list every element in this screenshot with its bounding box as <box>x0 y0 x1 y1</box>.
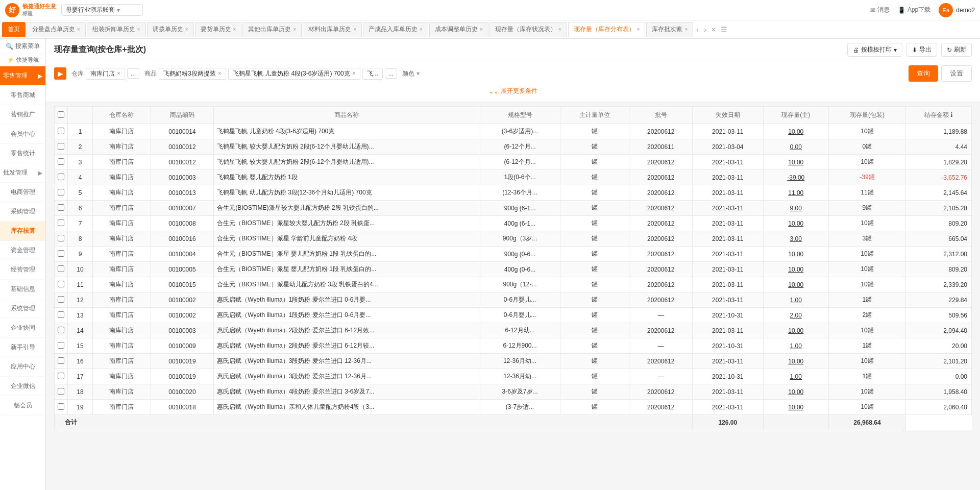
sidebar-item-marketing[interactable]: 营销推广 <box>0 105 45 125</box>
sidebar-item-inventory[interactable]: 库存核算 <box>0 222 45 241</box>
row-qty-main[interactable]: 10.00 <box>763 354 828 369</box>
row-checkbox[interactable] <box>58 174 64 180</box>
expand-conditions-btn[interactable]: ⌄⌄ 展开更多条件 <box>54 85 972 97</box>
tab-diao-bo-close[interactable]: × <box>185 27 188 32</box>
tab-qi-ta-close[interactable]: × <box>293 27 296 32</box>
row-qty-main[interactable]: 10.00 <box>763 247 828 262</box>
tab-cheng-ben[interactable]: 成本调整单历史 × <box>429 22 488 37</box>
row-checkbox[interactable] <box>58 373 64 379</box>
row-qty-main[interactable]: 2.00 <box>763 308 828 323</box>
sidebar-item-wechat[interactable]: 企业微信 <box>0 377 45 396</box>
warehouse-tag-1-close[interactable]: × <box>117 70 120 77</box>
row-checkbox[interactable] <box>58 296 64 303</box>
tab-pi-ci[interactable]: 库存批次账 × <box>646 22 693 37</box>
tab-fen-pan-close[interactable]: × <box>77 27 80 32</box>
sidebar-item-retail-shop[interactable]: 零售商城 <box>0 86 45 105</box>
warehouse-more-btn[interactable]: ... <box>127 68 139 79</box>
row-qty-main[interactable]: 11.00 <box>763 185 828 201</box>
row-checkbox-cell[interactable] <box>55 247 68 262</box>
product-more-btn[interactable]: ... <box>385 68 397 79</box>
tab-ku-cun-zhuang-tai[interactable]: 现存量（库存状况表） × <box>489 22 567 37</box>
sidebar-search[interactable]: 🔍 搜索菜单 <box>0 39 45 54</box>
row-checkbox[interactable] <box>58 265 64 272</box>
tab-cai-liao-close[interactable]: × <box>353 27 356 32</box>
sidebar-item-guide[interactable]: 新手引导 <box>0 338 45 357</box>
row-checkbox[interactable] <box>58 250 64 257</box>
tab-home[interactable]: 首页 <box>2 22 26 37</box>
row-checkbox-cell[interactable] <box>55 124 68 139</box>
refresh-btn[interactable]: ↻ 刷新 <box>941 43 972 57</box>
product-tag-1-close[interactable]: × <box>218 70 222 77</box>
row-qty-main[interactable]: 9.00 <box>763 201 828 216</box>
tab-prev-btn[interactable]: ‹ <box>694 26 701 34</box>
sidebar-item-finance[interactable]: 资金管理 <box>0 241 45 260</box>
user-area[interactable]: Ea demo2 <box>939 3 975 17</box>
tab-ku-cun-zhuang-tai-close[interactable]: × <box>558 27 561 32</box>
sidebar-item-enterprise[interactable]: 企业协同 <box>0 318 45 338</box>
tab-qi-ta[interactable]: 其他出库单历史 × <box>242 22 302 37</box>
row-qty-main[interactable]: 10.00 <box>763 400 828 415</box>
select-all-checkbox[interactable] <box>58 111 64 118</box>
tab-ku-cun-fen-bu-close[interactable]: × <box>637 27 640 32</box>
row-checkbox-cell[interactable] <box>55 155 68 170</box>
tab-menu-btn[interactable]: ☰ <box>719 26 729 34</box>
sidebar-item-retail[interactable]: 零售管理 ▶ <box>0 66 45 86</box>
row-qty-main[interactable]: 10.00 <box>763 124 828 139</box>
row-checkbox[interactable] <box>58 357 64 364</box>
sidebar-item-ecommerce[interactable]: 电商管理 <box>0 183 45 202</box>
tab-cai-liao[interactable]: 材料出库单历史 × <box>303 22 362 37</box>
row-checkbox[interactable] <box>58 143 64 150</box>
row-qty-main[interactable]: 10.00 <box>763 323 828 338</box>
row-checkbox[interactable] <box>58 403 64 410</box>
row-checkbox-cell[interactable] <box>55 139 68 155</box>
warehouse-selector[interactable]: 母婴行业演示账套 ▾ <box>61 4 143 16</box>
row-checkbox-cell[interactable] <box>55 323 68 338</box>
row-checkbox-cell[interactable] <box>55 369 68 384</box>
sidebar-item-wholesale[interactable]: 批发管理 ▶ <box>0 163 45 183</box>
sidebar-quick-nav[interactable]: ⚡ 快捷导航 <box>0 54 45 66</box>
row-checkbox-cell[interactable] <box>55 231 68 247</box>
filter-toggle-btn[interactable]: ▶ <box>54 67 66 80</box>
tab-cheng-ben-close[interactable]: × <box>480 27 483 32</box>
row-checkbox-cell[interactable] <box>55 292 68 308</box>
row-checkbox[interactable] <box>58 311 64 318</box>
row-checkbox[interactable] <box>58 342 64 349</box>
sidebar-item-purchase[interactable]: 采购管理 <box>0 202 45 222</box>
tab-close-all-btn[interactable]: × <box>709 26 718 34</box>
sidebar-item-member2[interactable]: 畅会员 <box>0 396 45 415</box>
tab-next-btn[interactable]: › <box>702 26 708 34</box>
template-print-btn[interactable]: 🖨 按模板打印 ▾ <box>847 43 902 57</box>
tab-yao-huo[interactable]: 要货单历史 × <box>195 22 242 37</box>
setting-btn[interactable]: 设置 <box>941 65 972 82</box>
export-btn[interactable]: ⬇ 导出 <box>906 43 937 57</box>
row-checkbox-cell[interactable] <box>55 201 68 216</box>
row-qty-main[interactable]: 10.00 <box>763 262 828 277</box>
row-checkbox[interactable] <box>58 388 64 395</box>
tab-chan-pin-close[interactable]: × <box>420 27 423 32</box>
tab-zu-chai[interactable]: 组装拆卸单历史 × <box>87 22 146 37</box>
row-checkbox-cell[interactable] <box>55 185 68 201</box>
row-checkbox-cell[interactable] <box>55 338 68 354</box>
row-checkbox[interactable] <box>58 128 64 134</box>
tab-ku-cun-fen-bu[interactable]: 现存量（库存分布表） × <box>568 22 646 37</box>
row-qty-main[interactable]: 0.00 <box>763 139 828 155</box>
row-checkbox[interactable] <box>58 235 64 241</box>
tab-pi-ci-close[interactable]: × <box>684 27 688 32</box>
tab-yao-huo-close[interactable]: × <box>233 27 236 32</box>
tab-fen-pan[interactable]: 分量盘点单历史 × <box>27 22 86 37</box>
row-qty-main[interactable]: -39.00 <box>763 170 828 185</box>
row-checkbox-cell[interactable] <box>55 384 68 400</box>
row-qty-main[interactable]: 10.00 <box>763 216 828 231</box>
row-checkbox-cell[interactable] <box>55 400 68 415</box>
row-checkbox[interactable] <box>58 327 64 333</box>
tab-diao-bo[interactable]: 调拨单历史 × <box>147 22 194 37</box>
message-btn[interactable]: ✉ 消息 <box>870 6 890 14</box>
row-checkbox[interactable] <box>58 158 64 165</box>
query-btn[interactable]: 查询 <box>909 65 938 82</box>
row-qty-main[interactable]: 3.00 <box>763 231 828 247</box>
row-checkbox[interactable] <box>58 281 64 287</box>
sidebar-item-member[interactable]: 会员中心 <box>0 125 45 144</box>
row-qty-main[interactable]: 10.00 <box>763 277 828 292</box>
row-qty-main[interactable]: 1.00 <box>763 292 828 308</box>
app-download-btn[interactable]: 📱 App下载 <box>898 6 930 14</box>
